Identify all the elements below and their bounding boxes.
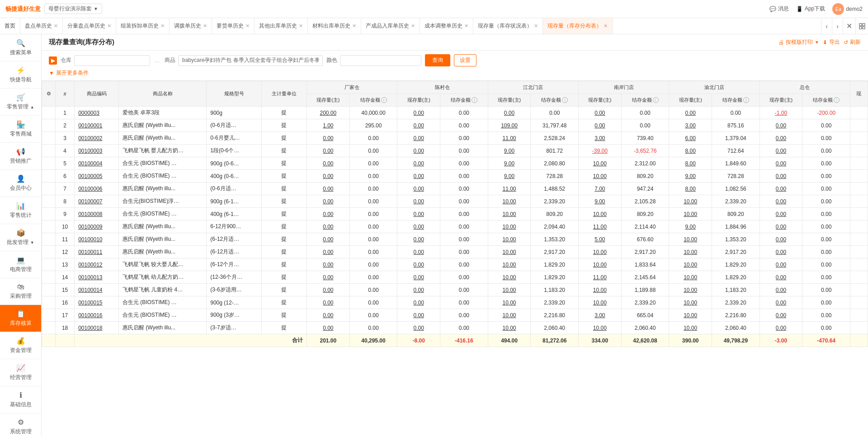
cell-factory-stock[interactable]: 0.00 — [307, 145, 349, 157]
cell-total-stock[interactable]: 0.00 — [760, 208, 802, 220]
cell-factory-stock[interactable]: 0.00 — [307, 170, 349, 183]
tab-close-icon[interactable]: ✕ — [203, 23, 207, 29]
cell-nanan-stock[interactable]: 10.00 — [578, 157, 621, 170]
cell-jiangbei-stock[interactable]: 10.00 — [488, 322, 531, 334]
goods-input[interactable] — [178, 55, 323, 66]
cell-nanan-stock[interactable]: 10.00 — [578, 322, 621, 334]
cell-factory-stock[interactable]: 0.00 — [307, 183, 349, 195]
cell-code[interactable]: 00100015 — [75, 296, 119, 309]
nav-prev-btn[interactable]: ‹ — [821, 18, 832, 34]
cell-yubei-stock[interactable]: 8.00 — [669, 157, 712, 170]
cell-chenpu-stock[interactable]: 0.00 — [397, 284, 440, 296]
search-btn[interactable]: 查询 — [425, 54, 450, 66]
setting-btn[interactable]: 设置 — [454, 54, 476, 66]
cell-nanan-stock[interactable]: 11.00 — [578, 271, 621, 284]
cell-factory-stock[interactable]: 0.00 — [307, 233, 349, 246]
cell-code[interactable]: 00100006 — [75, 183, 119, 195]
tab-home[interactable]: 首页 — [0, 18, 20, 34]
filter-toggle-btn[interactable]: ▶ — [49, 56, 57, 65]
tab-close-icon[interactable]: ✕ — [107, 23, 111, 29]
cell-jiangbei-stock[interactable]: 11.00 — [488, 132, 531, 145]
sidebar-item-wholesale[interactable]: 📦 批发管理 ▼ — [0, 224, 41, 251]
cell-nanan-stock[interactable]: 3.00 — [578, 132, 621, 145]
cell-total-stock[interactable]: 0.00 — [760, 246, 802, 258]
cell-jiangbei-stock[interactable]: 9.00 — [488, 145, 531, 157]
cell-code[interactable]: 00100011 — [75, 246, 119, 258]
info-icon[interactable]: i — [743, 97, 749, 103]
app-download-btn[interactable]: 📱 App下载 — [796, 5, 825, 13]
sidebar-item-retail[interactable]: 🛒 零售管理 ▲ — [0, 89, 41, 116]
nav-close-all-btn[interactable]: ✕ — [843, 18, 855, 34]
sidebar-item-base[interactable]: ℹ 基础信息 — [0, 386, 41, 413]
nav-next-btn[interactable]: › — [832, 18, 843, 34]
cell-chenpu-stock[interactable]: 0.00 — [397, 157, 440, 170]
cell-yubei-stock[interactable]: 8.00 — [669, 145, 712, 157]
cell-nanan-stock[interactable]: 10.00 — [578, 170, 621, 183]
cell-nanan-stock[interactable]: 9.00 — [578, 195, 621, 208]
cell-total-stock[interactable]: 0.00 — [760, 284, 802, 296]
cell-code[interactable]: 00100008 — [75, 208, 119, 220]
sidebar-item-quicknav[interactable]: ⚡ 快捷导航 — [0, 61, 41, 89]
cell-nanan-stock[interactable]: 3.00 — [578, 309, 621, 322]
cell-yubei-stock[interactable]: 10.00 — [669, 309, 712, 322]
cell-factory-stock[interactable]: 0.00 — [307, 309, 349, 322]
cell-nanan-stock[interactable]: 10.00 — [578, 258, 621, 271]
info-icon[interactable]: i — [381, 97, 387, 103]
cell-total-stock[interactable]: 0.00 — [760, 170, 802, 183]
info-icon[interactable]: i — [472, 97, 477, 103]
sidebar-item-ops[interactable]: 📈 经营管理 — [0, 359, 41, 386]
cell-yubei-stock[interactable]: 10.00 — [669, 246, 712, 258]
cell-jiangbei-stock[interactable]: 0.00 — [488, 107, 531, 119]
message-btn[interactable]: 💬 消息 — [769, 5, 789, 13]
cell-code[interactable]: 00100003 — [75, 145, 119, 157]
tab-close-icon[interactable]: ✕ — [352, 23, 356, 29]
cell-factory-stock[interactable]: 0.00 — [307, 322, 349, 334]
cell-yubei-stock[interactable]: 10.00 — [669, 208, 712, 220]
cell-chenpu-stock[interactable]: 0.00 — [397, 145, 440, 157]
cell-yubei-stock[interactable]: 10.00 — [669, 195, 712, 208]
cell-jiangbei-stock[interactable]: 10.00 — [488, 208, 531, 220]
cell-code[interactable]: 00100002 — [75, 132, 119, 145]
cell-yubei-stock[interactable]: 10.00 — [669, 258, 712, 271]
cell-total-stock[interactable]: 0.00 — [760, 220, 802, 233]
cell-total-stock[interactable]: 0.00 — [760, 258, 802, 271]
cell-jiangbei-stock[interactable]: 10.00 — [488, 284, 531, 296]
tab-close-icon[interactable]: ✕ — [604, 23, 608, 29]
print-btn[interactable]: 🖨 按模版打印 ▼ — [778, 38, 819, 46]
refresh-btn[interactable]: ↺ 刷新 — [844, 38, 861, 46]
cell-code[interactable]: 00100009 — [75, 220, 119, 233]
cell-jiangbei-stock[interactable]: 10.00 — [488, 246, 531, 258]
cell-factory-stock[interactable]: 0.00 — [307, 296, 349, 309]
cell-factory-stock[interactable]: 0.00 — [307, 284, 349, 296]
cell-code[interactable]: 00100005 — [75, 170, 119, 183]
tab-cost-adjust[interactable]: 成本调整单历史 ✕ — [420, 18, 473, 34]
cell-chenpu-stock[interactable]: 0.00 — [397, 107, 440, 119]
cell-code[interactable]: 00100007 — [75, 195, 119, 208]
cell-total-stock[interactable]: 0.00 — [760, 195, 802, 208]
cell-chenpu-stock[interactable]: 0.00 — [397, 258, 440, 271]
cell-nanan-stock[interactable]: -39.00 — [578, 145, 621, 157]
cell-yubei-stock[interactable]: 10.00 — [669, 322, 712, 334]
cell-yubei-stock[interactable]: 10.00 — [669, 296, 712, 309]
cell-jiangbei-stock[interactable]: 10.00 — [488, 271, 531, 284]
tab-combo-dismantle[interactable]: 组装拆卸单历史 ✕ — [116, 18, 170, 34]
cell-jiangbei-stock[interactable]: 10.00 — [488, 195, 531, 208]
cell-chenpu-stock[interactable]: 0.00 — [397, 322, 440, 334]
cell-chenpu-stock[interactable]: 0.00 — [397, 132, 440, 145]
cell-factory-stock[interactable]: 0.00 — [307, 220, 349, 233]
cell-nanan-stock[interactable]: 10.00 — [578, 208, 621, 220]
sidebar-item-inventory[interactable]: 📋 库存核算 — [0, 305, 41, 332]
cell-factory-stock[interactable]: 0.00 — [307, 271, 349, 284]
cell-jiangbei-stock[interactable]: 10.00 — [488, 258, 531, 271]
cell-total-stock[interactable]: 0.00 — [760, 157, 802, 170]
sidebar-item-purchase[interactable]: 🛍 采购管理 — [0, 278, 41, 305]
cell-nanan-stock[interactable]: 10.00 — [578, 284, 621, 296]
cell-yubei-stock[interactable]: 3.00 — [669, 119, 712, 132]
cell-chenpu-stock[interactable]: 0.00 — [397, 170, 440, 183]
cell-factory-stock[interactable]: 0.00 — [307, 157, 349, 170]
cell-yubei-stock[interactable]: 9.00 — [669, 170, 712, 183]
tab-transfer[interactable]: 调拨单历史 ✕ — [170, 18, 212, 34]
tab-close-icon[interactable]: ✕ — [245, 23, 250, 29]
cell-code[interactable]: 00100004 — [75, 157, 119, 170]
cell-nanan-stock[interactable]: 0.00 — [578, 107, 621, 119]
